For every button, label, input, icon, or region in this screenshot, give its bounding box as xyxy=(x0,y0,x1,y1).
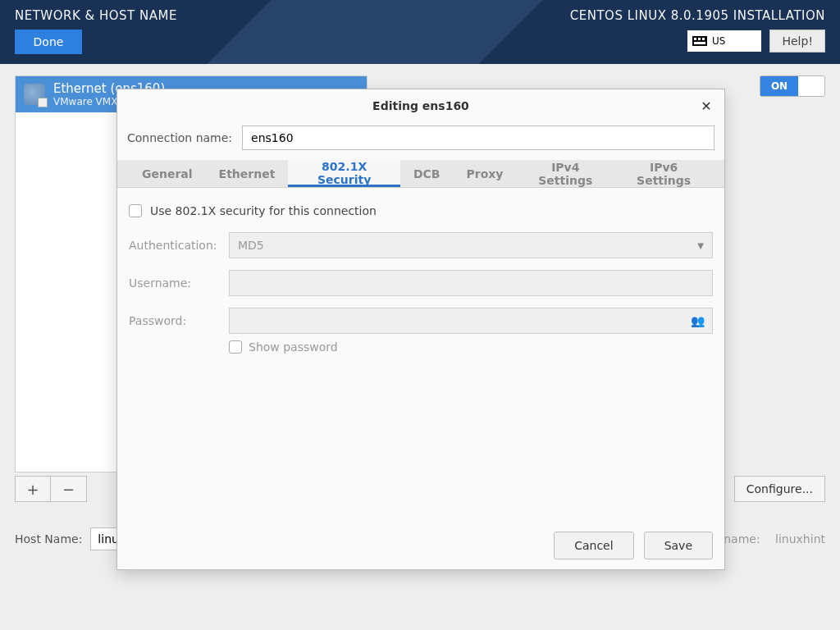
save-button[interactable]: Save xyxy=(644,532,713,559)
connection-name-input[interactable] xyxy=(242,126,714,150)
use-8021x-checkbox[interactable] xyxy=(129,204,142,217)
keyboard-icon xyxy=(692,36,707,46)
tab-802-1x-security[interactable]: 802.1X Security xyxy=(288,160,400,187)
show-password-label[interactable]: Show password xyxy=(249,340,338,354)
password-input[interactable] xyxy=(229,308,713,334)
installer-title: CENTOS LINUX 8.0.1905 INSTALLATION xyxy=(570,8,825,23)
installer-header: NETWORK & HOST NAME Done CENTOS LINUX 8.… xyxy=(0,0,840,64)
tab-ipv6-settings[interactable]: IPv6 Settings xyxy=(614,160,713,187)
chevron-down-icon: ▼ xyxy=(697,241,704,250)
password-label: Password: xyxy=(129,314,219,327)
authentication-combobox[interactable]: MD5 ▼ xyxy=(229,232,713,258)
current-hostname-value: linuxhint xyxy=(775,532,825,546)
keyboard-layout-indicator[interactable]: US xyxy=(687,30,761,52)
ethernet-icon xyxy=(24,84,45,105)
tab-8021x-security: Use 802.1X security for this connection … xyxy=(117,188,724,522)
toggle-on-label: ON xyxy=(760,76,798,96)
dialog-title: Editing ens160 xyxy=(372,99,469,112)
authentication-value: MD5 xyxy=(238,239,264,252)
add-device-button[interactable]: + xyxy=(15,476,51,502)
spoke-title: NETWORK & HOST NAME xyxy=(15,8,177,23)
keyboard-layout-text: US xyxy=(712,35,725,47)
authentication-label: Authentication: xyxy=(129,239,219,252)
connection-name-label: Connection name: xyxy=(127,131,232,144)
tab-ethernet[interactable]: Ethernet xyxy=(206,160,289,187)
tab-ipv4-settings[interactable]: IPv4 Settings xyxy=(516,160,614,187)
cancel-button[interactable]: Cancel xyxy=(554,532,633,559)
help-button[interactable]: Help! xyxy=(769,30,825,52)
username-label: Username: xyxy=(129,276,219,290)
tab-general[interactable]: General xyxy=(129,160,206,187)
close-icon: ✕ xyxy=(701,98,711,114)
configure-button[interactable]: Configure... xyxy=(734,476,825,502)
hostname-label: Host Name: xyxy=(15,532,82,546)
username-input[interactable] xyxy=(229,270,713,296)
show-password-checkbox[interactable] xyxy=(229,340,242,354)
dialog-tabs: GeneralEthernet802.1X SecurityDCBProxyIP… xyxy=(117,160,724,188)
use-8021x-label[interactable]: Use 802.1X security for this connection xyxy=(150,204,377,217)
dialog-close-button[interactable]: ✕ xyxy=(698,98,714,114)
remove-device-button[interactable]: − xyxy=(51,476,87,502)
users-icon[interactable]: 👥 xyxy=(691,314,705,327)
edit-connection-dialog: Editing ens160 ✕ Connection name: Genera… xyxy=(116,89,725,570)
connection-toggle[interactable]: ON xyxy=(760,75,825,97)
tab-proxy[interactable]: Proxy xyxy=(453,160,516,187)
tab-dcb[interactable]: DCB xyxy=(400,160,454,187)
done-button[interactable]: Done xyxy=(15,30,82,54)
